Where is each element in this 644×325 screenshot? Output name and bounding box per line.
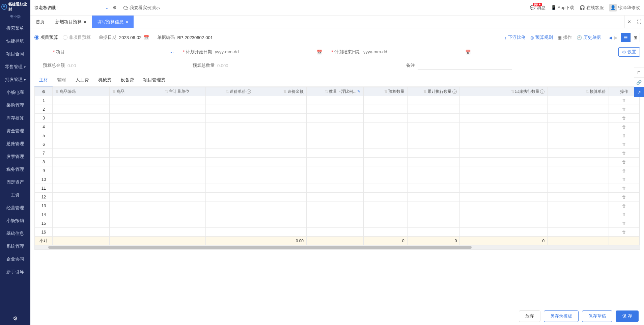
app-download-button[interactable]: 📱 App下载 [551, 5, 574, 11]
table-row[interactable]: 13🗑 [35, 201, 640, 210]
table-row[interactable]: 9🗑 [35, 166, 640, 175]
pin-attachment[interactable]: 🔗 [634, 77, 644, 87]
save-draft-button[interactable]: 保存草稿 [582, 310, 612, 322]
prev-doc-button[interactable]: ◀ [609, 35, 612, 40]
sidebar-item-0[interactable]: 搜索菜单 [0, 22, 30, 35]
delete-icon[interactable]: 🗑 [622, 221, 626, 226]
col-budget-price[interactable]: ⇅预算单价 [548, 87, 609, 96]
action-history[interactable]: 🕘历史单据 [577, 34, 601, 40]
org-selector[interactable]: 徐老板勿删! ⌄ [34, 5, 113, 11]
table-row[interactable]: 8🗑 [35, 158, 640, 166]
sidebar-item-5[interactable]: 小畅电商 [0, 86, 30, 99]
col-unit-price[interactable]: ⇅造价单价? [206, 87, 254, 96]
table-row[interactable]: 4🗑 [35, 123, 640, 131]
delete-icon[interactable]: 🗑 [622, 151, 626, 156]
sidebar-item-7[interactable]: 库存核算 [0, 112, 30, 125]
brand-logo[interactable]: 畅捷通好业财 [0, 0, 30, 13]
view-list-button[interactable]: ☰ [621, 33, 631, 42]
close-icon[interactable]: × [84, 19, 86, 25]
calendar-icon[interactable]: 📅 [317, 50, 322, 55]
sidebar-item-16[interactable]: 基础信息 [0, 227, 30, 240]
sidebar-item-18[interactable]: 企业协同 [0, 253, 30, 266]
sidebar-item-6[interactable]: 采购管理 [0, 99, 30, 112]
org-settings-icon[interactable]: ⚙ [113, 5, 117, 10]
radio-non-project-budget[interactable]: 非项目预算 [63, 34, 91, 40]
end-date-input[interactable] [363, 48, 471, 56]
sidebar-item-3[interactable]: 零售管理▾ [0, 60, 30, 73]
sidebar-item-12[interactable]: 固定资产 [0, 176, 30, 189]
messages-button[interactable]: 99 + 💬 消息 [530, 5, 545, 11]
horizontal-scrollbar[interactable] [35, 245, 640, 249]
subtab-4[interactable]: 设备费 [116, 74, 139, 86]
col-budget-qty[interactable]: ⇅预算数量 [363, 87, 407, 96]
tab-2[interactable]: 填写预算信息× [92, 16, 134, 28]
delete-icon[interactable]: 🗑 [622, 142, 626, 147]
delete-icon[interactable]: 🗑 [622, 186, 626, 191]
close-icon[interactable]: × [125, 19, 128, 25]
help-icon[interactable]: ? [247, 89, 251, 94]
tab-1[interactable]: 新增项目预算× [50, 16, 92, 28]
table-settings-header[interactable]: ⚙ [35, 87, 53, 96]
delete-icon[interactable]: 🗑 [622, 125, 626, 129]
action-float-ratio[interactable]: ↕下浮比例 [505, 34, 526, 40]
delete-icon[interactable]: 🗑 [622, 195, 626, 199]
delete-icon[interactable]: 🗑 [622, 116, 626, 120]
tab-fullscreen[interactable]: ⛶ [634, 16, 644, 28]
sidebar-item-9[interactable]: 总账管理 [0, 137, 30, 150]
edit-icon[interactable]: ✎ [357, 89, 361, 94]
table-row[interactable]: 12🗑 [35, 193, 640, 201]
sidebar-item-4[interactable]: 批发管理▾ [0, 73, 30, 86]
save-button[interactable]: 保 存 [616, 310, 639, 322]
table-row[interactable]: 16🗑 [35, 228, 640, 237]
table-row[interactable]: 3🗑 [35, 114, 640, 123]
subtab-2[interactable]: 人工费 [71, 74, 93, 86]
sidebar-item-10[interactable]: 发票管理 [0, 150, 30, 163]
tab-0[interactable]: 首页 [30, 16, 50, 28]
subtab-1[interactable]: 辅材 [53, 74, 71, 86]
table-row[interactable]: 10🗑 [35, 175, 640, 184]
start-date-input[interactable] [215, 48, 323, 56]
action-budget-rule[interactable]: ◎预算规则 [530, 34, 553, 40]
remark-input[interactable] [418, 61, 512, 70]
sidebar-item-17[interactable]: 系统管理 [0, 240, 30, 253]
subtab-5[interactable]: 项目管理费 [139, 74, 170, 86]
delete-icon[interactable]: 🗑 [622, 177, 626, 182]
delete-icon[interactable]: 🗑 [622, 204, 626, 208]
save-as-template-button[interactable]: 另存为模板 [544, 310, 579, 322]
delete-icon[interactable]: 🗑 [622, 168, 626, 173]
col-product-code[interactable]: ⇅商品编码 [52, 87, 109, 96]
delete-icon[interactable]: 🗑 [622, 133, 626, 138]
subtab-0[interactable]: 主材 [34, 74, 53, 86]
sidebar-item-14[interactable]: 经营管理 [0, 201, 30, 214]
sidebar-item-2[interactable]: 项目合同 [0, 48, 30, 60]
delete-icon[interactable]: 🗑 [622, 107, 626, 112]
view-detail-button[interactable]: ⊞ [631, 33, 640, 42]
col-float-ratio[interactable]: ⇅数量下浮比例...✎ [307, 87, 364, 96]
subtab-3[interactable]: 机械费 [93, 74, 116, 86]
demo-link[interactable]: 我要看实例演示 [123, 5, 160, 11]
sidebar-item-8[interactable]: 资金管理 [0, 125, 30, 137]
delete-icon[interactable]: 🗑 [622, 160, 626, 164]
col-product[interactable]: ⇅商品 [109, 87, 162, 96]
action-operations[interactable]: ▦操作 [558, 34, 572, 40]
settings-gear-icon[interactable]: ⚙ [0, 312, 30, 325]
table-row[interactable]: 1🗑 [35, 96, 640, 105]
sidebar-item-1[interactable]: 快捷导航 [0, 35, 30, 48]
delete-icon[interactable]: 🗑 [622, 212, 626, 217]
project-input[interactable] [67, 48, 175, 56]
table-row[interactable]: 7🗑 [35, 149, 640, 158]
table-row[interactable]: 15🗑 [35, 219, 640, 228]
discard-button[interactable]: 放弃 [519, 310, 540, 322]
online-support-button[interactable]: 🎧 在线客服 [580, 5, 604, 11]
doc-date-value[interactable]: 2023-06-02 [119, 35, 142, 40]
delete-icon[interactable]: 🗑 [622, 230, 626, 235]
radio-project-budget[interactable]: 项目预算 [34, 34, 58, 40]
calendar-icon[interactable]: 📅 [144, 35, 149, 40]
col-cum-exec-qty[interactable]: ⇅累计执行数量? [407, 87, 460, 96]
calendar-icon[interactable]: 📅 [465, 50, 471, 55]
tab-close-all[interactable]: ✕ [624, 16, 634, 28]
table-row[interactable]: 14🗑 [35, 210, 640, 219]
delete-icon[interactable]: 🗑 [622, 98, 626, 103]
help-icon[interactable]: ? [540, 89, 544, 94]
sidebar-item-15[interactable]: 小畅报销 [0, 214, 30, 227]
